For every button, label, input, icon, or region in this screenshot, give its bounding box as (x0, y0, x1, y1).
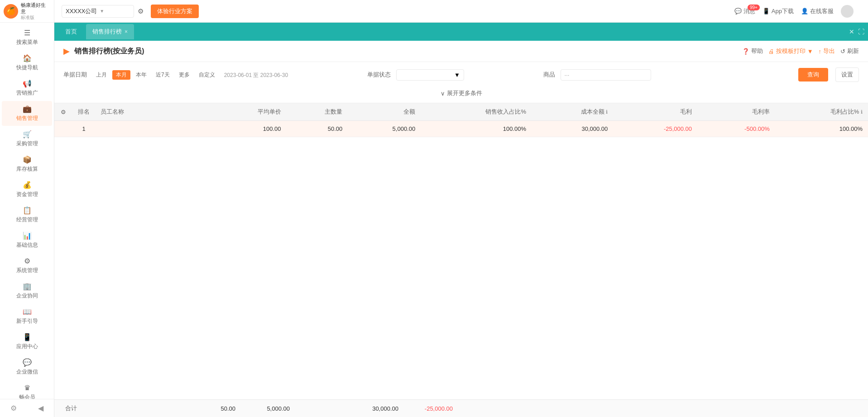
enterprise-icon: 🏢 (23, 282, 32, 291)
sidebar-item-member[interactable]: ♛ 畅会员 (2, 380, 52, 399)
member-icon: ♛ (24, 383, 30, 392)
sidebar-item-apps[interactable]: 📱 应用中心 (2, 329, 52, 354)
table-row: 1 100.00 50.00 5,000.00 100.00% 30,000.0… (54, 121, 868, 137)
print-button[interactable]: 🖨 按模板打印 ▼ (768, 47, 813, 55)
sales-icon: 💼 (23, 105, 32, 113)
date-tab-this-year[interactable]: 本年 (132, 70, 150, 80)
sidebar-item-basics[interactable]: 📊 基础信息 (2, 228, 52, 253)
logo-icon: 🍊 (4, 4, 18, 19)
topbar: XXXXX公司 ▼ ⚙ 体验行业方案 💬 消息 99+ 📱 App下载 👤 在线… (54, 0, 868, 23)
sidebar-item-guide[interactable]: 📖 新手引导 (2, 304, 52, 329)
th-gross-ratio: 毛利占比% ℹ (775, 103, 868, 121)
sidebar-item-label: 基础信息 (16, 241, 38, 249)
company-name: XXXXX公司 (66, 7, 97, 15)
tab-home[interactable]: 首页 (58, 24, 84, 39)
td-gross: -25,000.00 (613, 121, 697, 137)
footer-qty: 50.00 (196, 405, 241, 412)
sidebar-item-wechat[interactable]: 💬 企业微信 (2, 355, 52, 379)
logo-sub: 标准版 (21, 14, 50, 20)
online-service-label: 在线客服 (810, 7, 834, 15)
sidebar-item-inventory[interactable]: 📦 库存核算 (2, 152, 52, 177)
expand-more-button[interactable]: ∨ 展开更多条件 (441, 89, 482, 97)
date-tab-last7days[interactable]: 近7天 (152, 70, 173, 80)
expand-more-label: 展开更多条件 (447, 89, 482, 97)
cost-info-icon[interactable]: ℹ (606, 109, 608, 115)
sidebar-item-system[interactable]: ⚙ 系统管理 (2, 253, 52, 278)
sidebar-item-label: 采购管理 (16, 140, 38, 148)
help-button[interactable]: ❓ 帮助 (742, 47, 763, 55)
back-icon[interactable]: ▶ (63, 46, 70, 56)
company-selector[interactable]: XXXXX公司 ▼ (62, 5, 134, 18)
th-gross-rate: 毛利率 (697, 103, 775, 121)
td-employee-name (95, 121, 212, 137)
sidebar-item-quick-nav[interactable]: 🏠 快捷导航 (2, 50, 52, 75)
trial-button[interactable]: 体验行业方案 (151, 5, 199, 18)
date-tab-this-month[interactable]: 本月 (112, 70, 130, 80)
marketing-icon: 📢 (23, 79, 32, 88)
td-gross-ratio: 100.00% (775, 121, 868, 137)
th-amount: 全额 (348, 103, 421, 121)
settings-small-button[interactable]: 设置 (835, 67, 859, 82)
export-icon: ↑ (819, 48, 822, 55)
message-button[interactable]: 💬 消息 99+ (734, 7, 755, 15)
date-filter-label: 单据日期 (63, 71, 87, 79)
settings-footer-icon[interactable]: ⚙ (10, 404, 17, 412)
date-tab-more[interactable]: 更多 (175, 70, 193, 80)
refresh-icon: ↺ (840, 48, 845, 55)
topbar-settings-icon[interactable]: ⚙ (138, 7, 144, 15)
export-button[interactable]: ↑ 导出 (819, 47, 835, 55)
goods-input[interactable]: ··· (561, 69, 651, 81)
th-employee-name: 员工名称 (95, 103, 212, 121)
th-settings[interactable]: ⚙ (54, 103, 72, 121)
sidebar-item-label: 经营管理 (16, 216, 38, 224)
sidebar-item-label: 快捷导航 (16, 64, 38, 72)
sidebar-item-label: 库存核算 (16, 165, 38, 173)
footer-amount: 5,000.00 (241, 405, 295, 412)
refresh-button[interactable]: ↺ 刷新 (840, 47, 859, 55)
status-chevron-icon: ▼ (454, 72, 460, 78)
td-sales-ratio: 100.00% (421, 121, 532, 137)
chevron-down-icon: ▼ (100, 9, 104, 14)
sidebar-item-marketing[interactable]: 📢 营销推广 (2, 76, 52, 101)
tab-maximize-icon[interactable]: ⛶ (858, 28, 864, 35)
sidebar-item-purchase[interactable]: 🛒 采购管理 (2, 126, 52, 151)
tab-sales-ranking[interactable]: 销售排行榜 × (86, 24, 134, 39)
gross-ratio-info-icon[interactable]: ℹ (861, 109, 863, 115)
sidebar-item-label: 销售管理 (16, 115, 38, 122)
app-download-button[interactable]: 📱 App下载 (762, 7, 794, 15)
tab-close-icon[interactable]: × (125, 29, 128, 35)
print-dropdown-icon[interactable]: ▼ (807, 48, 813, 55)
sidebar-item-search[interactable]: ☰ 搜索菜单 (2, 25, 52, 50)
basics-icon: 📊 (23, 231, 32, 240)
date-tabs: 上月 本月 本年 近7天 更多 自定义 (92, 70, 219, 80)
sidebar-item-label: 畅会员 (19, 393, 35, 399)
sidebar-item-label: 企业协同 (16, 292, 38, 300)
sidebar-item-enterprise[interactable]: 🏢 企业协同 (2, 278, 52, 303)
th-rank: 排名 (72, 103, 95, 121)
status-select[interactable]: ▼ (396, 69, 464, 81)
avatar[interactable] (841, 5, 854, 18)
online-service-button[interactable]: 👤 在线客服 (801, 7, 834, 15)
inventory-icon: 📦 (23, 155, 32, 164)
filter-row-1: 单据日期 上月 本月 本年 近7天 更多 自定义 2023-06-01 至 20… (63, 67, 859, 82)
service-icon: 👤 (801, 8, 808, 14)
goods-dots: ··· (565, 72, 570, 78)
system-icon: ⚙ (24, 257, 30, 265)
th-qty: 主数量 (287, 103, 348, 121)
download-icon: 📱 (762, 8, 770, 14)
th-avg-price: 平均单价 (212, 103, 287, 121)
apps-icon: 📱 (23, 333, 32, 341)
date-tab-custom[interactable]: 自定义 (195, 70, 219, 80)
date-tab-prev-month[interactable]: 上月 (92, 70, 110, 80)
message-icon: 💬 (734, 8, 742, 14)
sidebar-item-finance[interactable]: 💰 资金管理 (2, 177, 52, 202)
footer-gross: -25,000.00 (404, 405, 458, 412)
sidebar-item-operations[interactable]: 📋 经营管理 (2, 202, 52, 227)
tab-label: 销售排行榜 (92, 28, 122, 36)
query-button[interactable]: 查询 (798, 68, 828, 81)
sidebar-item-sales[interactable]: 💼 销售管理 (2, 101, 52, 126)
th-cost: 成本全额 ℹ (532, 103, 613, 121)
collapse-icon[interactable]: ◀ (38, 404, 43, 412)
tab-close-window-icon[interactable]: ✕ (849, 28, 854, 35)
td-cost: 30,000.00 (532, 121, 613, 137)
